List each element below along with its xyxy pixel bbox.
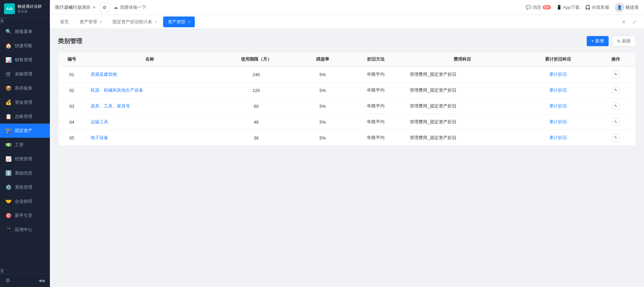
maximize-window-button[interactable]: ⤢ [631, 18, 639, 26]
data-table: 编号名称使用期限（月）残值率折旧方法费用科目累计折旧科目操作 01 房屋及建筑物… [58, 52, 636, 146]
sales-icon: 📊 [5, 57, 11, 63]
tab-label: 首页 [60, 19, 69, 25]
edit-button[interactable]: ✎ [612, 71, 619, 78]
sidebar-item-quick-nav[interactable]: 🏠 快捷导航 [0, 39, 50, 53]
header-actions: + 新增 ↻ 刷新 [587, 36, 636, 46]
fee-subject-cell: 管理费用_固定资产折旧 [404, 130, 520, 146]
fee-subject-cell: 管理费用_固定资产折旧 [404, 98, 520, 114]
table-row: 03 器具、工具、家具等 60 5% 年限平均 管理费用_固定资产折旧 累计折旧… [58, 98, 636, 114]
method-cell: 年限平均 [347, 98, 405, 114]
tab-close-icon[interactable]: × [155, 20, 157, 24]
content-area: 类别管理 + 新增 ↻ 刷新 编号名称使用期限（月）残值率折旧方法费用科目累计折… [50, 29, 644, 287]
sidebar-item-label: 销售管理 [15, 57, 32, 63]
name-cell: 机器、机械和其他生产设备 [85, 83, 214, 98]
sidebar-item-inventory[interactable]: 📦 库存核算 [0, 81, 50, 95]
sidebar-item-fixed-assets[interactable]: 🏗️ 固定资产 [0, 124, 50, 138]
tabbar: 首页资产管理×固定资产折旧统计表×资产类型× ✕ ⤢ [50, 15, 644, 29]
sidebar-item-system[interactable]: ⚙️ 系统管理 [0, 180, 50, 194]
tab-label: 资产管理 [80, 19, 97, 25]
edit-button[interactable]: ✎ [612, 118, 619, 126]
customer-service-action[interactable]: 🎧 在线客服 [585, 4, 609, 10]
category-table: 编号名称使用期限（月）残值率折旧方法费用科目累计折旧科目操作 01 房屋及建筑物… [58, 52, 636, 146]
action-cell: ✎ [596, 67, 636, 83]
tab-asset-type[interactable]: 资产类型× [163, 17, 195, 27]
tab-asset-mgmt[interactable]: 资产管理× [75, 17, 106, 27]
col-header: 名称 [85, 52, 214, 67]
sidebar-item-label: 应用中心 [15, 227, 32, 233]
sidebar-scroll-up[interactable]: ▲ [0, 18, 4, 23]
table-row: 05 电子设备 36 5% 年限平均 管理费用_固定资产折旧 累计折旧 ✎ [58, 130, 636, 146]
system-icon: ⚙️ [5, 184, 11, 190]
sidebar-scroll-down[interactable]: ▼ [0, 268, 4, 274]
sidebar-item-ledger[interactable]: 📋 总账管理 [0, 109, 50, 124]
sidebar-item-label: 采购管理 [15, 71, 32, 77]
page-title: 类别管理 [58, 37, 82, 45]
sidebar-item-app-center[interactable]: 📱 应用中心 [0, 223, 50, 237]
sidebar-item-search[interactable]: 🔍 搜索菜单 [0, 25, 50, 39]
sidebar-item-label: 基础信息 [15, 170, 32, 176]
sidebar-menu: 🔍 搜索菜单 🏠 快捷导航 📊 销售管理 🛒 采购管理 📦 库存核算 💰 资金管… [0, 23, 50, 268]
new-button[interactable]: + 新增 [587, 36, 609, 46]
residual-rate-cell: 5% [298, 130, 347, 146]
acc-depreciation-cell: 累计折旧 [520, 67, 596, 83]
acc-depreciation-cell: 累计折旧 [520, 83, 596, 98]
table-row: 04 运输工具 48 5% 年限平均 管理费用_固定资产折旧 累计折旧 ✎ [58, 114, 636, 130]
sidebar-item-basic-info[interactable]: ℹ️ 基础信息 [0, 166, 50, 180]
method-cell: 年限平均 [347, 114, 405, 130]
table-row: 02 机器、机械和其他生产设备 120 5% 年限平均 管理费用_固定资产折旧 … [58, 83, 636, 98]
sidebar-item-guide[interactable]: 🎯 新手引导 [0, 209, 50, 223]
collapse-icon[interactable]: ◀◀ [38, 278, 44, 283]
method-cell: 年限平均 [347, 130, 405, 146]
col-header: 累计折旧科目 [520, 52, 596, 67]
sidebar: AtA 畅捷通好业财 普及版 ▲ 🔍 搜索菜单 🏠 快捷导航 📊 销售管理 🛒 … [0, 0, 50, 287]
logo-text: 畅捷通好业财 [18, 4, 42, 9]
residual-rate-cell: 5% [298, 83, 347, 98]
message-action[interactable]: 💬 消息 99+ [526, 4, 551, 10]
tab-fixed-asset-depreciation[interactable]: 固定资产折旧统计表× [108, 17, 161, 27]
tab-close-icon[interactable]: × [100, 20, 102, 24]
search-icon: 🔍 [5, 29, 11, 35]
corp-collab-icon: 🤝 [5, 198, 11, 204]
name-cell: 器具、工具、家具等 [85, 98, 214, 114]
settings-button[interactable]: ⚙ [100, 3, 110, 12]
settings-icon[interactable]: ⚙ [5, 277, 10, 284]
sidebar-item-label: 经营管理 [15, 156, 32, 162]
company-selector[interactable]: 医疗器械行业演示 ▼ [55, 4, 96, 10]
tab-home[interactable]: 首页 [55, 17, 73, 27]
experience-button[interactable]: ☁ 我要体验一下 [114, 4, 146, 10]
app-download-action[interactable]: 📱 App下载 [556, 4, 580, 10]
period-cell: 120 [214, 83, 298, 98]
user-menu[interactable]: 👤 畅捷通 [615, 3, 639, 12]
refresh-button[interactable]: ↻ 刷新 [612, 36, 636, 46]
sidebar-item-corp-collab[interactable]: 🤝 企业协同 [0, 194, 50, 209]
table-body: 01 房屋及建筑物 240 5% 年限平均 管理费用_固定资产折旧 累计折旧 ✎… [58, 67, 636, 146]
avatar: 👤 [615, 3, 624, 12]
sidebar-item-label: 新手引导 [15, 213, 32, 219]
method-cell: 年限平均 [347, 67, 405, 83]
col-header: 使用期限（月） [214, 52, 298, 67]
sidebar-item-operations[interactable]: 📈 经营管理 [0, 152, 50, 166]
code-cell: 02 [58, 83, 85, 98]
close-window-button[interactable]: ✕ [620, 18, 628, 26]
ledger-icon: 📋 [5, 114, 11, 120]
period-cell: 48 [214, 114, 298, 130]
sidebar-item-sales[interactable]: 📊 销售管理 [0, 53, 50, 67]
sidebar-item-label: 搜索菜单 [15, 29, 32, 35]
sidebar-item-purchase[interactable]: 🛒 采购管理 [0, 67, 50, 81]
edit-button[interactable]: ✎ [612, 87, 619, 94]
acc-depreciation-cell: 累计折旧 [520, 130, 596, 146]
sidebar-item-label: 企业协同 [15, 198, 32, 204]
tab-close-icon[interactable]: × [188, 20, 190, 24]
edit-button[interactable]: ✎ [612, 134, 619, 141]
inventory-icon: 📦 [5, 85, 11, 91]
col-header: 残值率 [298, 52, 347, 67]
action-cell: ✎ [596, 114, 636, 130]
sidebar-item-payroll[interactable]: 💵 工资 [0, 138, 50, 152]
message-icon: 💬 [526, 5, 531, 10]
acc-depreciation-cell: 累计折旧 [520, 98, 596, 114]
sidebar-logo: AtA 畅捷通好业财 普及版 [0, 0, 50, 18]
topbar-right: 💬 消息 99+ 📱 App下载 🎧 在线客服 👤 畅捷通 [526, 3, 639, 12]
sidebar-item-finance[interactable]: 💰 资金管理 [0, 95, 50, 109]
sidebar-footer: ⚙ ◀◀ [0, 274, 50, 287]
edit-button[interactable]: ✎ [612, 102, 619, 110]
